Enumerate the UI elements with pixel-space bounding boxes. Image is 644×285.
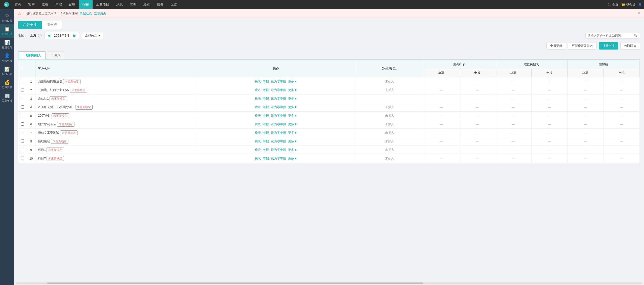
row-select-checkbox[interactable] [21,80,24,83]
op-tax-table[interactable]: 税表 [255,79,261,84]
row-select-checkbox[interactable] [21,139,24,143]
op-tax-table[interactable]: 税表 [255,148,261,152]
select-all-checkbox[interactable] [21,67,24,70]
sidebar-item-baoshuijilu[interactable]: 📝 报税记录 [0,64,14,78]
search-input[interactable] [588,34,633,37]
op-declare[interactable]: 申报 [263,131,269,135]
row-select-checkbox[interactable] [21,122,24,126]
nav-settings[interactable]: 设置 [167,0,181,9]
sidebar-item-gongshangnianba[interactable]: 🏢 工商年报 [0,91,14,104]
region-info-icon[interactable]: i [38,34,42,37]
row-select-checkbox[interactable] [21,114,24,117]
op-more[interactable]: 更多▼ [288,131,297,135]
op-declare[interactable]: 申报 [263,122,269,126]
region-label: 地区： [18,33,27,38]
sidebar-item-piliangbaoshui[interactable]: 📋 批量报税 [0,24,14,38]
op-declare[interactable]: 申报 [263,139,269,144]
op-zero-declare[interactable]: 设为零申报 [271,105,286,109]
op-tax-table[interactable]: 税表 [255,122,261,126]
op-zero-declare[interactable]: 设为零申报 [271,79,286,84]
op-more[interactable]: 更多▼ [288,79,297,84]
op-declare[interactable]: 申报 [263,105,269,109]
row-select-checkbox[interactable] [21,88,24,91]
row-select-checkbox[interactable] [21,105,24,109]
row-f5: — [568,120,603,129]
sidebar-item-baoshuishezhi[interactable]: ⚙ 报税设置 [0,11,14,24]
op-zero-declare[interactable]: 设为零申报 [271,156,286,161]
trial-close-btn[interactable]: × [638,11,640,16]
row-f4: — [531,154,567,163]
op-more[interactable]: 更多▼ [288,97,297,101]
table-row: 9 科目1 未更新核定 税表 申报 设为零申报 更多▼ 未插入 — — — — … [18,146,640,154]
prev-month-btn[interactable]: ◀ [47,33,50,38]
nav-manage[interactable]: 管理 [126,0,140,9]
op-zero-declare[interactable]: 设为零申报 [271,148,286,152]
trial-link-summary[interactable]: 申报汇总 [80,11,92,16]
row-select-checkbox[interactable] [21,97,24,100]
fullscreen-btn[interactable]: ⛶ 全屏 [608,3,618,7]
op-tax-table[interactable]: 税表 [255,97,261,101]
nav-bookkeeping[interactable]: 记账 [65,0,79,9]
nav-business2[interactable]: 经营 [140,0,153,9]
nav-customer[interactable]: 客户 [25,0,38,9]
tab-small-scale[interactable]: 小规模 [47,52,65,60]
nav-tax[interactable]: 报税 [79,0,93,9]
tab-general-taxpayer[interactable]: 一般的纳税人 [18,52,46,60]
op-more[interactable]: 更多▼ [288,114,297,118]
op-tax-table[interactable]: 税表 [255,131,261,135]
op-declare[interactable]: 申报 [263,97,269,101]
op-tax-table[interactable]: 税表 [255,105,261,109]
row-customer-name: 杨仙女工资测试 未更新核定 [35,129,196,137]
next-month-btn[interactable]: ▶ [73,33,76,38]
op-declare[interactable]: 申报 [263,114,269,118]
op-declare[interactable]: 申报 [263,148,269,152]
sidebar-item-baoshuizonglan[interactable]: 📊 报税总览 [0,38,14,51]
op-tax-table[interactable]: 税表 [255,139,261,144]
op-more[interactable]: 更多▼ [288,122,297,126]
bottom-scrollbar[interactable] [14,281,644,285]
op-zero-declare[interactable]: 设为零申报 [271,139,286,144]
batch-icon: 📋 [4,26,10,32]
row-f4: — [531,86,567,94]
btn-shouhuijiaona[interactable]: 收取回执 [620,42,640,50]
op-more[interactable]: 更多▼ [288,148,297,152]
op-more[interactable]: 更多▼ [288,139,297,144]
trial-link-buy[interactable]: 立即购买 [94,11,106,16]
nav-business[interactable]: 工商项目 [93,0,113,9]
op-tax-table[interactable]: 税表 [255,114,261,118]
op-tax-table[interactable]: 税表 [255,156,261,161]
btn-piliangshenbao[interactable]: 批量申报 [599,42,618,50]
row-select-checkbox[interactable] [21,131,24,134]
op-zero-declare[interactable]: 设为零申报 [271,88,286,92]
search-icon[interactable]: 🔍 [634,34,638,37]
sidebar-item-jisuanqingchu[interactable]: 💰 汇算清缴 [0,78,14,91]
op-more[interactable]: 更多▼ [288,156,297,161]
nav-message[interactable]: 消息 [113,0,126,9]
op-zero-declare[interactable]: 设为零申报 [271,122,286,126]
op-more[interactable]: 更多▼ [288,105,297,109]
row-select-checkbox[interactable] [21,148,24,151]
sidebar-item-geshenbaoshui[interactable]: 👤 个税申报 [0,51,14,64]
vip-btn[interactable]: 👑 畅会员 [621,3,635,7]
op-more[interactable]: 更多▼ [288,88,297,92]
row-select-checkbox[interactable] [21,157,24,160]
op-declare[interactable]: 申报 [263,79,269,84]
btn-shenbaojilu[interactable]: 申报记录 [546,42,566,50]
user-avatar[interactable]: 👤 [638,3,642,6]
op-tax-table[interactable]: 税表 [255,88,261,92]
tab-zero-declare[interactable]: 零申报 [42,21,62,29]
btn-gengxin[interactable]: 更新税定及取数 [568,42,597,50]
op-declare[interactable]: 申报 [263,156,269,161]
nav-invoice[interactable]: 票据 [52,0,65,9]
tab-tax-declare[interactable]: 税款申报 [18,21,42,29]
op-zero-declare[interactable]: 设为零申报 [271,97,286,101]
status-badge: 未更新核定 [63,79,80,84]
op-zero-declare[interactable]: 设为零申报 [271,131,286,135]
employee-select[interactable]: 全部员工 ▼ [82,32,104,39]
nav-fee[interactable]: 收费 [38,0,52,9]
row-f5: — [568,137,603,146]
nav-service[interactable]: 服务 [153,0,167,9]
op-zero-declare[interactable]: 设为零申报 [271,114,286,118]
op-declare[interactable]: 申报 [263,88,269,92]
nav-home[interactable]: 首页 [11,0,25,9]
